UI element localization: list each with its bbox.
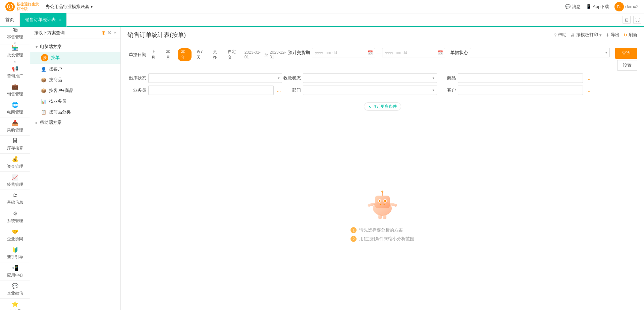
scheme-group-mobile-label: 移动端方案 — [40, 119, 62, 125]
scheme-item-by-salesperson[interactable]: 📊 按业务员 — [30, 96, 120, 107]
sidebar-basic-label: 基础信息 — [7, 200, 23, 205]
sales-icon: 💼 — [12, 84, 18, 90]
date-this-month-btn[interactable]: 本月 — [163, 48, 176, 61]
bill-status-select[interactable] — [470, 48, 610, 57]
content-area: 按以下方案查询 ⊕ ⊙ « ▾ 电脑端方案 按 按单 — [30, 27, 644, 310]
salesperson-more-btn[interactable]: ... — [276, 88, 282, 93]
print-btn[interactable]: 🖨 按模板打印 ▾ — [571, 32, 602, 38]
export-icon: ⬇ — [606, 33, 609, 38]
scheme-group-mobile-header[interactable]: ▸ 移动端方案 — [30, 117, 120, 127]
sidebar-item-purchase[interactable]: 📥 采购管理 — [0, 117, 30, 136]
tab-home[interactable]: 首页 — [0, 13, 20, 27]
sidebar-item-member[interactable]: ⭐ 畅会员 — [0, 299, 30, 310]
scheme-group-desktop-label: 电脑端方案 — [40, 44, 62, 50]
user-area[interactable]: Ea demo2 — [614, 2, 639, 11]
export-btn[interactable]: ⬇ 导出 — [606, 32, 620, 38]
date-custom-btn[interactable]: 自定义 — [225, 48, 241, 61]
retail-icon: 🛍 — [12, 27, 18, 33]
goods-input[interactable] — [458, 73, 583, 83]
customer-more-btn[interactable]: ... — [585, 88, 592, 93]
page-title: 销售订单统计表(按单) — [127, 31, 186, 39]
scheme-item-label-5: 按商品分类 — [49, 109, 71, 115]
sidebar-item-ecommerce[interactable]: 🌐 电商管理 — [0, 99, 30, 117]
inventory-icon: 🗄 — [12, 138, 18, 144]
goods-icon: 📦 — [41, 78, 46, 83]
scheme-item-by-customer-goods[interactable]: 📦 按客户+商品 — [30, 85, 120, 96]
scheme-group-desktop-header[interactable]: ▾ 电脑端方案 — [30, 42, 120, 52]
scheme-item-label-1: 按客户 — [49, 66, 62, 72]
scheme-collapse-btn[interactable]: « — [114, 30, 116, 36]
export-label: 导出 — [611, 32, 620, 38]
scheme-item-by-category[interactable]: 📋 按商品分类 — [30, 107, 120, 117]
filter-cell-date: 单据日期 上月 本月 本年 近7天 更多 自定义 2023-01-01 至 — [127, 48, 288, 61]
help-icon: ? — [554, 33, 556, 38]
settings-btn[interactable]: 设置 — [617, 60, 637, 71]
department-select[interactable] — [303, 86, 437, 95]
wechat-icon: 💬 — [12, 283, 18, 289]
tab-sales-order[interactable]: 销售订单统计表 × — [20, 13, 67, 27]
sidebar-item-apps[interactable]: 📲 应用中心 — [0, 262, 30, 280]
sidebar-item-basic[interactable]: 🗂 基础信息 — [0, 190, 30, 208]
scheme-item-by-customer[interactable]: 👤 按客户 — [30, 64, 120, 74]
sidebar-item-system[interactable]: ⚙ 系统管理 — [0, 208, 30, 226]
scheme-add-btn[interactable]: ⊕ — [101, 30, 106, 36]
expected-date-start-input[interactable] — [312, 48, 375, 57]
payment-status-label: 收款状态 — [282, 75, 301, 81]
ship-status-select[interactable] — [148, 73, 282, 83]
scheme-group-mobile: ▸ 移动端方案 — [30, 117, 120, 127]
logo-icon: 好 — [5, 2, 15, 11]
page-header: 销售订单统计表(按单) ? 帮助 🖨 按模板打印 ▾ ⬇ 导出 — [121, 27, 644, 43]
date-7days-btn[interactable]: 近7天 — [194, 48, 208, 61]
avatar: Ea — [614, 2, 624, 11]
customer-input[interactable] — [458, 86, 583, 95]
sidebar-item-inventory[interactable]: 🗄 库存核算 — [0, 136, 30, 154]
svg-point-6 — [379, 200, 381, 202]
download-label: App下载 — [593, 4, 609, 10]
expected-date-end-input[interactable] — [382, 48, 445, 57]
sidebar-finance-label: 资金管理 — [7, 164, 23, 169]
payment-status-select[interactable] — [303, 73, 437, 83]
user-name: demo2 — [625, 4, 639, 9]
expected-date-end-wrapper: 📅 — [382, 48, 445, 57]
svg-text:好: 好 — [8, 5, 12, 9]
goods-label: 商品 — [437, 75, 456, 81]
date-this-year-btn[interactable]: 本年 — [178, 48, 191, 61]
sidebar-item-enterprise[interactable]: 🤝 企业协同 — [0, 226, 30, 244]
enterprise-icon: 🤝 — [12, 228, 18, 235]
sidebar-purchase-label: 采购管理 — [7, 127, 23, 133]
date-prev-month-btn[interactable]: 上月 — [148, 48, 161, 61]
tab-expand-btn[interactable]: ⛶ — [633, 16, 641, 24]
scheme-settings-btn[interactable]: ⊙ — [108, 30, 112, 36]
salesperson-input[interactable] — [148, 86, 274, 95]
scheme-item-label-4: 按业务员 — [49, 98, 66, 104]
refresh-btn[interactable]: ↻ 刷新 — [624, 32, 637, 38]
ship-status-select-wrapper — [148, 73, 282, 83]
sidebar-item-operation[interactable]: 📈 经营管理 — [0, 172, 30, 190]
date-more-btn[interactable]: 更多 — [210, 48, 223, 61]
filter-cell-bill-status: 单据状态 — [449, 48, 610, 57]
sidebar-item-finance[interactable]: 💰 资金管理 — [0, 154, 30, 172]
sidebar-enterprise-label: 企业协同 — [7, 236, 23, 242]
scheme-item-by-order[interactable]: 按 按单 — [30, 52, 120, 64]
tab-home-label: 首页 — [5, 17, 14, 23]
search-btn[interactable]: 查询 — [615, 48, 637, 59]
main-area: 销售订单统计表(按单) ? 帮助 🖨 按模板打印 ▾ ⬇ 导出 — [121, 27, 644, 310]
message-btn[interactable]: 💬 消息 — [565, 4, 581, 10]
mobile-group-expand-icon: ▸ — [36, 120, 38, 125]
sidebar-item-wholesale[interactable]: 🏪 批发管理 ▴ — [0, 45, 30, 63]
app-selector[interactable]: 办公用品行业模拟账套 ▾ — [46, 4, 93, 10]
sidebar-item-sales[interactable]: 💼 销售管理 — [0, 81, 30, 99]
tab-restore-btn[interactable]: ⊡ — [623, 16, 631, 24]
sidebar-item-retail[interactable]: 🛍 零售管理 ▾ — [0, 27, 30, 45]
sidebar-item-wechat[interactable]: 💬 企业微信 — [0, 280, 30, 299]
app-download-btn[interactable]: 📱 App下载 — [586, 4, 609, 10]
help-btn[interactable]: ? 帮助 — [554, 32, 567, 38]
filter-cell-customer: 客户 ... — [437, 86, 592, 95]
tab-close-btn[interactable]: × — [58, 17, 61, 22]
sidebar-item-marketing[interactable]: 📢 营销推广 — [0, 63, 30, 81]
collapse-btn[interactable]: ∧ 收起更多条件 — [364, 102, 401, 111]
sidebar-item-guide[interactable]: 🔰 新手引导 — [0, 244, 30, 262]
sidebar-apps-label: 应用中心 — [7, 272, 23, 278]
scheme-item-by-goods[interactable]: 📦 按商品 — [30, 74, 120, 85]
goods-more-btn[interactable]: ... — [585, 75, 592, 81]
